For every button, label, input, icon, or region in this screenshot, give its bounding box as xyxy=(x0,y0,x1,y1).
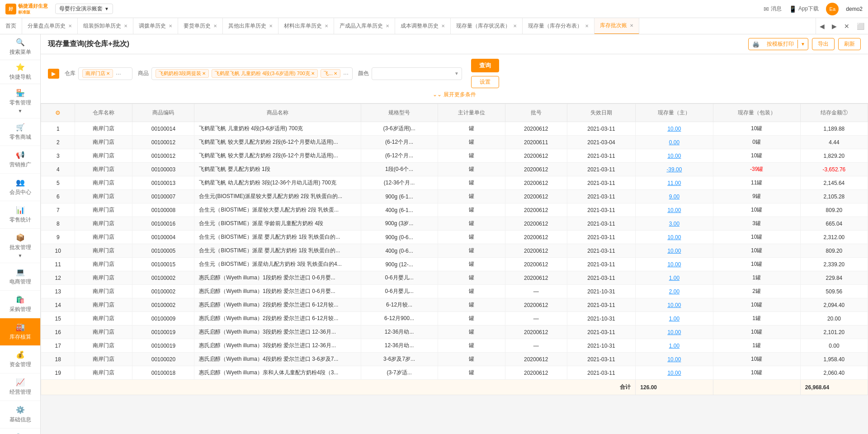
warehouse-tag-close[interactable]: ✕ xyxy=(106,71,110,76)
tab-zuhe[interactable]: 组装拆卸单历史 ✕ xyxy=(78,18,133,34)
tab-close-chengben[interactable]: ✕ xyxy=(441,24,445,28)
row-qty-main[interactable]: -39.00 xyxy=(636,163,713,176)
tab-qita[interactable]: 其他出库单历史 ✕ xyxy=(223,18,278,34)
message-label: 消息 xyxy=(771,5,782,13)
sidebar-item-finance[interactable]: 💰 资金管理 xyxy=(0,346,40,373)
row-qty-main[interactable]: 1.00 xyxy=(636,271,713,285)
row-expire: 2021-03-11 xyxy=(567,298,636,312)
row-qty-main[interactable]: 10.00 xyxy=(636,244,713,258)
tab-chengben[interactable]: 成本调整单历史 ✕ xyxy=(395,18,451,34)
col-settings[interactable]: ⚙ xyxy=(41,104,75,122)
row-qty-main[interactable]: 11.00 xyxy=(636,176,713,190)
tab-yaohuo[interactable]: 要货单历史 ✕ xyxy=(178,18,223,34)
col-settings-btn[interactable]: ⚙ xyxy=(53,108,62,118)
sidebar-item-retail-stat[interactable]: 📊 零售统计 xyxy=(0,201,40,229)
tab-close-fenpan[interactable]: ✕ xyxy=(68,24,72,28)
tab-pici[interactable]: 库存批次账 ✕ xyxy=(594,18,639,34)
row-name: 合生元（BIOSTIME）派星 婴儿配方奶粉 1段 乳铁蛋白的... xyxy=(194,231,361,244)
warehouse-filter-container[interactable]: 南岸门店 ✕ ··· xyxy=(78,67,132,80)
product-tag-3-close[interactable]: ✕ xyxy=(334,71,337,76)
row-qty-main[interactable]: 0.00 xyxy=(636,136,713,149)
row-qty-main[interactable]: 10.00 xyxy=(636,326,713,339)
tab-close-chanzui[interactable]: ✕ xyxy=(386,24,389,28)
row-qty-main[interactable]: 9.00 xyxy=(636,190,713,203)
row-qty-main[interactable]: 10.00 xyxy=(636,122,713,136)
sidebar-search[interactable]: 🔍 搜索菜单 xyxy=(0,34,40,60)
sidebar-item-batch-mgmt[interactable]: 📦 批发管理 ▼ xyxy=(0,229,40,263)
sidebar-item-label: 资金管理 xyxy=(9,361,31,368)
sidebar-item-stock[interactable]: 🏭 库存核算 xyxy=(0,318,40,346)
phone-icon: 📱 xyxy=(789,5,797,13)
tab-close-cailiao[interactable]: ✕ xyxy=(325,24,328,28)
row-qty-main[interactable]: 10.00 xyxy=(636,203,713,217)
table-row: 8 南岸门店 00100016 合生元（BIOSTIME）派星 学龄前儿童配方奶… xyxy=(41,217,868,231)
refresh-button[interactable]: 刷新 xyxy=(838,38,861,50)
tab-scroll-left[interactable]: ◀ xyxy=(816,18,828,34)
row-unit: 罐 xyxy=(438,231,505,244)
app-download-action[interactable]: 📱 App下载 xyxy=(789,5,819,13)
row-qty-main[interactable]: 3.00 xyxy=(636,217,713,231)
tab-close-diaobo[interactable]: ✕ xyxy=(169,24,172,28)
setup-button[interactable]: 设置 xyxy=(471,76,499,88)
row-no: 17 xyxy=(41,339,75,353)
table-row: 7 南岸门店 00100008 合生元（BIOSTIME）派星较大婴儿配方奶粉 … xyxy=(41,203,868,217)
tab-close-xianzaiA[interactable]: ✕ xyxy=(513,24,517,28)
row-qty-main[interactable]: 1.00 xyxy=(636,339,713,353)
warehouse-more-btn[interactable]: ··· xyxy=(116,70,121,77)
export-button[interactable]: 导出 xyxy=(812,38,835,50)
row-qty-main[interactable]: 10.00 xyxy=(636,366,713,380)
sidebar-item-retail-mgmt[interactable]: 🏪 零售管理 ▼ xyxy=(0,84,40,118)
message-action[interactable]: ✉ 消息 xyxy=(764,5,782,13)
row-code: 00100016 xyxy=(132,217,194,231)
row-name: 飞鹤星飞帆 婴儿配方奶粉 1段 xyxy=(194,163,361,176)
product-filter-container[interactable]: 飞鹤奶粉3段两提装 ✕ 飞鹤星飞帆 儿童奶粉 4段(3-6岁适用) 700克 ✕… xyxy=(151,67,353,80)
tab-close-pici[interactable]: ✕ xyxy=(630,23,633,28)
tab-close-zuhe[interactable]: ✕ xyxy=(124,24,127,28)
tab-close-qita[interactable]: ✕ xyxy=(269,24,273,28)
warehouse-tag-1: 南岸门店 ✕ xyxy=(82,69,113,78)
row-qty-main[interactable]: 2.00 xyxy=(636,285,713,298)
product-tag-2-close[interactable]: ✕ xyxy=(311,71,315,76)
sidebar-item-system[interactable]: 🔧 系统管理 xyxy=(0,429,40,434)
sidebar-item-marketing[interactable]: 📢 营销推广 xyxy=(0,146,40,174)
sidebar-item-business[interactable]: 📈 经营管理 xyxy=(0,373,40,401)
tab-close-yaohuo[interactable]: ✕ xyxy=(213,24,217,28)
sidebar-item-basic[interactable]: ⚙️ 基础信息 xyxy=(0,401,40,429)
color-filter-container[interactable]: ▼ xyxy=(372,67,462,80)
product-more-btn[interactable]: ··· xyxy=(343,70,349,77)
print-button[interactable]: 按模板打印 xyxy=(763,38,797,50)
row-qty-main[interactable]: 10.00 xyxy=(636,231,713,244)
sidebar-item-purchase[interactable]: 🛍️ 采购管理 xyxy=(0,291,40,318)
row-expire: 2021-03-11 xyxy=(567,271,636,285)
tab-close-all[interactable]: ✕ xyxy=(840,18,853,34)
sidebar-item-member[interactable]: 👥 会员中心 xyxy=(0,174,40,201)
tab-chanzui[interactable]: 产成品入库单历史 ✕ xyxy=(334,18,395,34)
tab-fenpan[interactable]: 分量盘点单历史 ✕ xyxy=(22,18,78,34)
row-qty-main[interactable]: 10.00 xyxy=(636,298,713,312)
query-button[interactable]: 查询 xyxy=(471,59,499,72)
avatar[interactable]: Ea xyxy=(826,3,839,15)
sidebar-item-retail-shop[interactable]: 🛒 零售商城 xyxy=(0,118,40,146)
print-dropdown-icon[interactable]: ▼ xyxy=(797,40,808,48)
tab-close-xianzaiB[interactable]: ✕ xyxy=(585,24,589,28)
row-qty-main[interactable]: 10.00 xyxy=(636,149,713,163)
row-name: 合生元（BIOSTIME）派星幼儿配方奶粉 3段 乳铁蛋白的4... xyxy=(194,258,361,271)
tab-diaobo[interactable]: 调拨单历史 ✕ xyxy=(133,18,178,34)
tab-home[interactable]: 首页 xyxy=(0,18,22,34)
row-qty-main[interactable]: 10.00 xyxy=(636,258,713,271)
row-spec: 0-6月婴儿... xyxy=(361,285,438,298)
tab-xianzaiA[interactable]: 现存量（库存状况表） ✕ xyxy=(451,18,523,34)
tab-xianzaiB[interactable]: 现存量（库存分布表） ✕ xyxy=(523,18,594,34)
tab-cailiao[interactable]: 材料出库单历史 ✕ xyxy=(278,18,334,34)
row-no: 1 xyxy=(41,122,75,136)
sidebar-quick-nav[interactable]: ⭐ 快捷导航 xyxy=(0,60,40,84)
expand-filter-button[interactable]: ▶ xyxy=(48,69,59,79)
tab-scroll-right[interactable]: ▶ xyxy=(828,18,840,34)
row-qty-main[interactable]: 1.00 xyxy=(636,312,713,326)
product-tag-1-close[interactable]: ✕ xyxy=(202,71,206,76)
sidebar-item-ecommerce[interactable]: 💻 电商管理 xyxy=(0,263,40,291)
account-selector[interactable]: 母婴行业演示账套 ▼ xyxy=(55,4,113,14)
filter-expand-more[interactable]: ⌄⌄ 展开更多条件 xyxy=(48,91,861,99)
tab-maximize[interactable]: ⬜ xyxy=(853,18,868,34)
row-qty-main[interactable]: 10.00 xyxy=(636,353,713,366)
